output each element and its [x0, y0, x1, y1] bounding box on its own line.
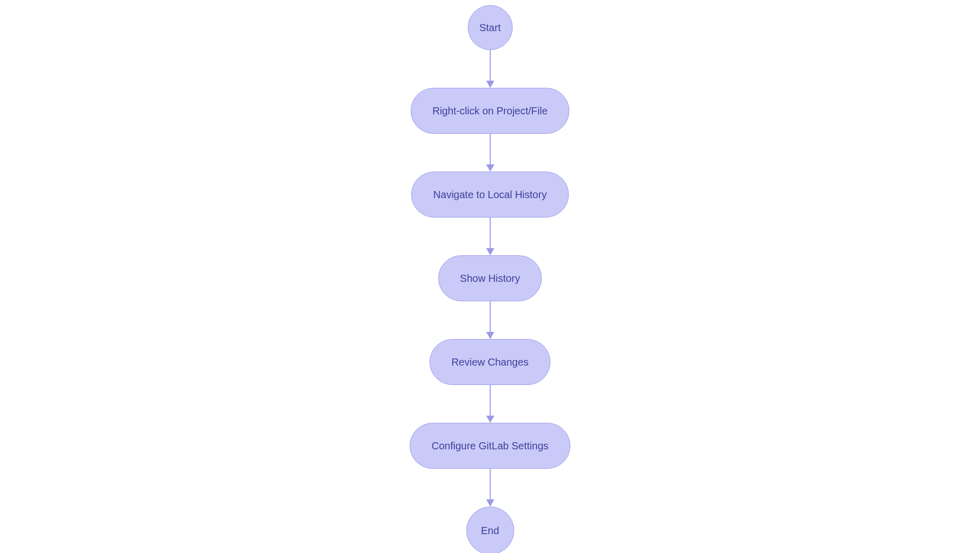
- arrow-head-icon: [486, 81, 494, 88]
- node-rightclick: Right-click on Project/File: [410, 88, 570, 134]
- node-configure: Configure GitLab Settings: [409, 423, 570, 469]
- node-rightclick-label: Right-click on Project/File: [432, 105, 548, 117]
- arrow-icon: [486, 301, 494, 339]
- arrow-line-icon: [489, 50, 491, 81]
- arrow-line-icon: [489, 134, 491, 164]
- arrow-head-icon: [486, 332, 494, 339]
- node-show: Show History: [438, 255, 542, 301]
- flowchart-container: Start Right-click on Project/File Naviga…: [409, 5, 570, 553]
- arrow-head-icon: [486, 416, 494, 423]
- arrow-icon: [486, 134, 494, 172]
- node-end-label: End: [481, 525, 499, 537]
- arrow-line-icon: [489, 385, 491, 416]
- arrow-line-icon: [489, 469, 491, 499]
- node-show-label: Show History: [460, 273, 520, 284]
- arrow-line-icon: [489, 218, 491, 248]
- arrow-icon: [486, 385, 494, 423]
- node-start: Start: [468, 5, 512, 50]
- node-navigate-label: Navigate to Local History: [433, 189, 547, 201]
- arrow-icon: [486, 218, 494, 255]
- node-review-label: Review Changes: [451, 356, 528, 368]
- node-navigate: Navigate to Local History: [411, 172, 569, 218]
- arrow-icon: [486, 50, 494, 88]
- node-end: End: [466, 507, 514, 553]
- arrow-head-icon: [486, 164, 494, 172]
- node-configure-label: Configure GitLab Settings: [431, 440, 548, 452]
- arrow-head-icon: [486, 248, 494, 255]
- arrow-line-icon: [489, 301, 491, 332]
- node-review: Review Changes: [429, 339, 550, 385]
- arrow-head-icon: [486, 499, 494, 507]
- arrow-icon: [486, 469, 494, 507]
- node-start-label: Start: [479, 22, 501, 34]
